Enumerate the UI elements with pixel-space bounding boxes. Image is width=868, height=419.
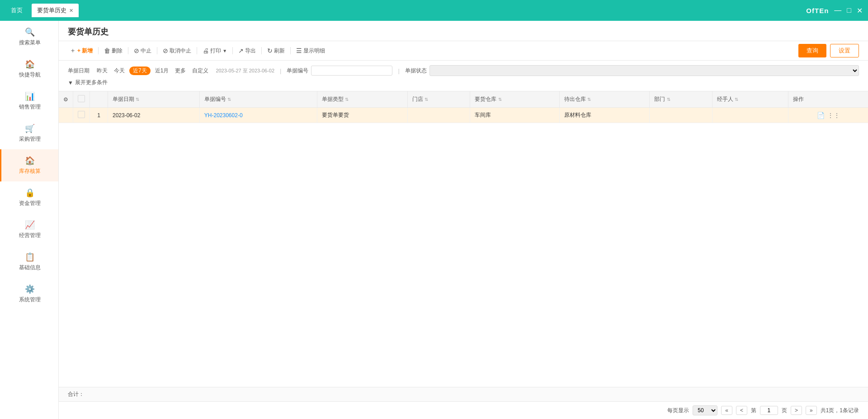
show-detail-icon: ☰: [296, 47, 302, 54]
page-title: 要货单历史: [68, 27, 108, 36]
prev-page-btn[interactable]: <: [736, 406, 747, 415]
sidebar-item-label: 快捷导航: [19, 71, 41, 79]
op-edit-icon[interactable]: 📄: [817, 112, 825, 119]
quick-nav-icon: 🏠: [25, 59, 35, 69]
status-filter: 单据状态: [405, 65, 859, 76]
row-checkbox[interactable]: [78, 111, 85, 118]
date-label: 单据日期: [68, 67, 90, 75]
export-icon: ↗: [238, 47, 244, 54]
col-handler-header[interactable]: 经手人 ⇅: [712, 91, 788, 108]
doc-num-link[interactable]: YH-20230602-0: [204, 112, 243, 119]
top-bar-right: OfTEn — □ ✕: [806, 6, 863, 15]
col-pending-warehouse-header[interactable]: 待出仓库 ⇅: [560, 91, 650, 108]
sidebar-item-quick-nav[interactable]: 🏠 快捷导航: [0, 53, 58, 85]
total-info: 共1页，1条记录: [821, 407, 859, 414]
delete-label: 删除: [112, 47, 123, 55]
sort-icon-dept: ⇅: [667, 97, 670, 102]
row-department-cell: [650, 108, 712, 123]
page-num-input[interactable]: [760, 406, 778, 415]
header-checkbox[interactable]: [78, 95, 85, 102]
query-button[interactable]: 查询: [798, 44, 826, 57]
sort-icon-handler: ⇅: [735, 97, 738, 102]
filter-row-1: 单据日期 昨天 今天 近7天 近1月 更多 自定义 2023-05-27 至 2…: [68, 65, 859, 76]
settings-button[interactable]: 设置: [830, 44, 859, 57]
search-menu-icon: 🔍: [25, 27, 35, 37]
page-size-select[interactable]: 50 100 200: [693, 405, 717, 415]
tab-purchase-history[interactable]: 要货单历史 ✕: [32, 4, 79, 17]
page-suffix: 页: [782, 407, 787, 414]
date-range-display: 2023-05-27 至 2023-06-02: [216, 67, 274, 74]
date-btn-7days[interactable]: 近7天: [129, 67, 151, 75]
sidebar-item-sales[interactable]: 📊 销售管理: [0, 85, 58, 117]
date-btn-yesterday[interactable]: 昨天: [95, 67, 109, 75]
expand-more-icon: ▼: [68, 80, 73, 86]
sidebar-item-finance[interactable]: 🔒 资金管理: [0, 181, 58, 214]
tab-close-icon[interactable]: ✕: [69, 8, 73, 14]
delete-button[interactable]: 🗑 删除: [102, 46, 124, 56]
sidebar-item-inventory[interactable]: 🏠 库存核算: [0, 149, 58, 181]
cancel-stop-label: 取消中止: [170, 47, 191, 55]
first-page-btn[interactable]: «: [721, 406, 732, 415]
pagination-bar: 每页显示 50 100 200 « < 第 页 > » 共1页，1条记录: [59, 401, 868, 419]
status-select[interactable]: [429, 65, 859, 76]
col-doc-date-header[interactable]: 单据日期 ⇅: [108, 91, 200, 108]
expand-more-btn[interactable]: ▼ 展开更多条件: [68, 79, 859, 86]
sidebar-item-operations[interactable]: 📈 经营管理: [0, 214, 58, 246]
doc-num-input[interactable]: [311, 66, 392, 76]
col-store-header[interactable]: 门店 ⇅: [407, 91, 470, 108]
new-button[interactable]: ＋ + 新增: [68, 46, 94, 56]
date-btn-1month[interactable]: 近1月: [153, 67, 171, 75]
export-button[interactable]: ↗ 导出: [236, 46, 258, 56]
col-settings-header[interactable]: ⚙: [59, 91, 73, 108]
sidebar-item-label: 库存核算: [19, 167, 41, 175]
row-doc-num-cell[interactable]: YH-20230602-0: [199, 108, 317, 123]
table-row: 1 2023-06-02 YH-20230602-0 要货单要货: [59, 108, 868, 123]
col-req-warehouse-header[interactable]: 要货仓库 ⇅: [470, 91, 560, 108]
new-label: + 新增: [77, 47, 93, 55]
print-label: 打印: [210, 47, 221, 55]
brand-label: OfTEn: [806, 7, 829, 14]
row-check-cell[interactable]: [73, 108, 90, 123]
tab-home[interactable]: 要货单历史 首页: [5, 4, 28, 17]
col-operation-header: 操作: [788, 91, 868, 108]
toolbar: ＋ + 新增 🗑 删除 ⊘ 中止 ⊘ 取消中止: [59, 41, 868, 61]
toolbar-divider-7: [290, 47, 291, 54]
op-delete-icon[interactable]: ⋮⋮: [827, 112, 840, 119]
col-department-header[interactable]: 部门 ⇅: [650, 91, 712, 108]
sidebar-item-label: 经营管理: [19, 232, 41, 239]
sidebar-item-basic-info[interactable]: 📋 基础信息: [0, 246, 58, 278]
col-doc-num-header[interactable]: 单据编号 ⇅: [199, 91, 317, 108]
window-minimize-btn[interactable]: —: [834, 6, 841, 14]
last-page-btn[interactable]: »: [806, 406, 817, 415]
page-size-label: 每页显示: [667, 407, 689, 414]
sidebar-item-system[interactable]: ⚙️ 系统管理: [0, 278, 58, 310]
date-btn-more[interactable]: 更多: [173, 67, 188, 75]
stop-button[interactable]: ⊘ 中止: [132, 46, 153, 56]
sidebar-item-search-menu[interactable]: 🔍 搜索菜单: [0, 21, 58, 53]
page-title-bar: 要货单历史: [59, 21, 868, 41]
col-doc-type-header[interactable]: 单据类型 ⇅: [317, 91, 407, 108]
operations-icon: 📈: [25, 220, 35, 230]
date-btn-today[interactable]: 今天: [112, 67, 127, 75]
window-close-btn[interactable]: ✕: [857, 6, 863, 15]
row-doc-date-cell: 2023-06-02: [108, 108, 200, 123]
doc-num-filter: 单据编号: [287, 66, 392, 76]
col-check-header[interactable]: [73, 91, 90, 108]
sidebar-item-purchase[interactable]: 🛒 采购管理: [0, 117, 58, 149]
sort-icon-store: ⇅: [425, 97, 428, 102]
expand-more-label: 展开更多条件: [75, 79, 108, 86]
date-btn-custom[interactable]: 自定义: [190, 67, 210, 75]
print-button[interactable]: 🖨 打印 ▼: [201, 46, 229, 56]
refresh-label: 刷新: [274, 47, 285, 55]
show-detail-button[interactable]: ☰ 显示明细: [294, 46, 327, 56]
refresh-button[interactable]: ↻ 刷新: [265, 46, 287, 56]
toolbar-divider-2: [128, 47, 128, 54]
next-page-btn[interactable]: >: [791, 406, 802, 415]
cancel-stop-button[interactable]: ⊘ 取消中止: [161, 46, 193, 56]
window-maximize-btn[interactable]: □: [847, 6, 851, 14]
table-header-row: ⚙ 单据日期 ⇅ 单据编号 ⇅: [59, 91, 868, 108]
row-pending-warehouse-cell: 原材料仓库: [560, 108, 650, 123]
stop-icon: ⊘: [134, 47, 139, 54]
toolbar-divider-5: [232, 47, 233, 54]
row-doc-type-cell: 要货单要货: [317, 108, 407, 123]
